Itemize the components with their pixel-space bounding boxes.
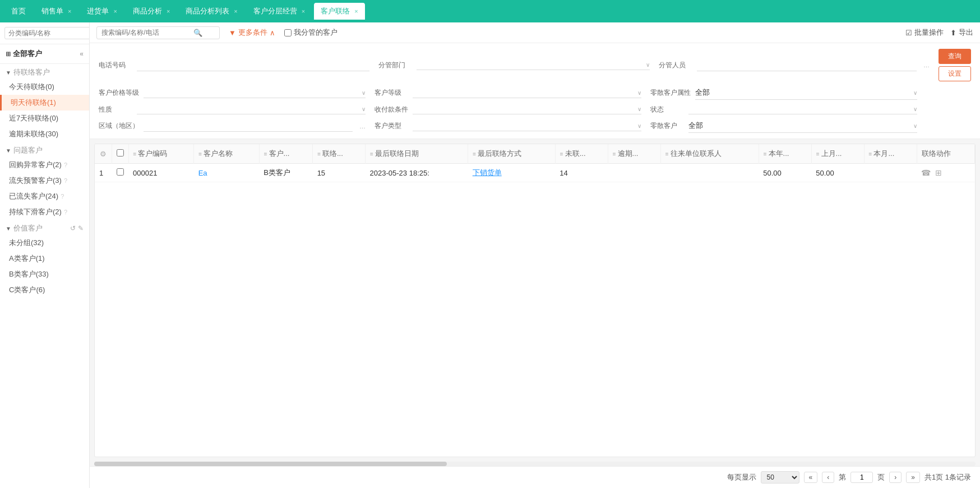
filter-status-label: 状态 [650, 105, 684, 114]
action-more-icon[interactable]: ⊞ [935, 168, 942, 177]
sidebar-search-input[interactable] [4, 27, 90, 39]
sidebar-item-churn-warning[interactable]: 流失预警客户(3) ? [0, 173, 89, 188]
help-icon-churned[interactable]: ? [61, 193, 64, 200]
sidebar-all-customers[interactable]: ⊞ 全部客户 « [0, 44, 89, 64]
nav-label-customer-tier: 客户分层经营 [253, 6, 297, 16]
filter-price-level-select[interactable]: ∨ [144, 88, 366, 98]
action-contact-icon[interactable]: ☎ [921, 168, 931, 177]
sort-icon-last-month[interactable]: ≡ [816, 151, 820, 157]
nav-item-customer-tier[interactable]: 客户分层经营 × [247, 3, 312, 20]
my-customers-checkbox[interactable]: 我分管的客户 [284, 27, 338, 38]
query-button[interactable]: 查询 [939, 49, 971, 64]
my-customers-check[interactable] [284, 29, 292, 36]
pagination: 每页显示 50 100 200 « ‹ 第 页 › » 共1页 1条记录 [90, 466, 980, 488]
filter-btn[interactable]: ▼ 更多条件 ∧ [224, 26, 280, 39]
filter-retail-attr-select[interactable]: 全部 ∨ [695, 86, 917, 100]
filter-dept-select[interactable]: ∨ [417, 60, 649, 70]
table-settings-col[interactable]: ⚙ [95, 144, 112, 164]
filter-status-select[interactable]: ∨ [688, 104, 917, 114]
nav-label-sales: 销售单 [41, 6, 63, 16]
sidebar-item-overdue-contact[interactable]: 逾期未联络(30) [0, 126, 89, 142]
filter-retail-customer-select[interactable]: 全部 ∨ [688, 119, 917, 133]
first-page-btn[interactable]: « [804, 472, 818, 483]
sidebar-item-week-contact[interactable]: 近7天待联络(0) [0, 111, 89, 126]
nav-item-customer-contact[interactable]: 客户联络 × [314, 3, 364, 20]
sidebar-item-declining[interactable]: 持续下滑客户(2) ? [0, 204, 89, 220]
filter-label: 更多条件 [238, 27, 267, 38]
sidebar-item-class-b[interactable]: B类客户(33) [0, 266, 89, 282]
sort-icon-overdue[interactable]: ≡ [613, 151, 616, 157]
batch-op-btn[interactable]: ☑ 批量操作 [905, 27, 944, 38]
sort-icon-this-month[interactable]: ≡ [869, 151, 872, 157]
filter-person-input[interactable] [697, 59, 917, 71]
filter-customer-level: 客户等级 ∨ [375, 88, 641, 98]
sidebar-item-churned[interactable]: 已流失客户(24) ? [0, 188, 89, 204]
row-last-method[interactable]: 下销货单 [468, 164, 556, 182]
nav-item-product-analysis-list[interactable]: 商品分析列表 × [179, 3, 244, 20]
toolbar-right: ☑ 批量操作 ⬆ 导出 [905, 27, 973, 38]
help-icon-repurchase[interactable]: ? [64, 162, 67, 168]
nav-close-product-analysis-list[interactable]: × [234, 8, 237, 15]
filter-customer-type-select[interactable]: ∨ [413, 121, 641, 131]
filter-customer-level-select[interactable]: ∨ [413, 88, 641, 98]
sort-icon-this-year[interactable]: ≡ [764, 151, 767, 157]
last-page-btn[interactable]: » [906, 472, 920, 483]
export-btn[interactable]: ⬆ 导出 [950, 27, 973, 38]
next-page-btn[interactable]: › [889, 472, 902, 483]
batch-op-label: 批量操作 [914, 27, 944, 38]
sidebar-item-class-a[interactable]: A类客户(1) [0, 251, 89, 266]
sort-icon-contact[interactable]: ≡ [317, 151, 321, 157]
search-input[interactable] [101, 29, 191, 36]
page-input[interactable] [850, 472, 873, 483]
nav-item-product-analysis[interactable]: 商品分析 × [126, 3, 177, 20]
sort-icon-uncontacted[interactable]: ≡ [560, 151, 563, 157]
nav-item-sales[interactable]: 销售单 × [35, 3, 78, 20]
sort-icon-code[interactable]: ≡ [133, 151, 137, 157]
edit-icon-value[interactable]: ✎ [78, 224, 84, 232]
search-icon[interactable]: 🔍 [193, 29, 202, 37]
nav-item-home[interactable]: 首页 [4, 3, 33, 20]
help-icon-churn[interactable]: ? [64, 177, 67, 184]
sidebar-item-ungrouped[interactable]: 未分组(32) [0, 235, 89, 251]
sort-icon-type[interactable]: ≡ [264, 151, 267, 157]
nav-close-purchase[interactable]: × [113, 8, 117, 15]
help-icon-declining[interactable]: ? [64, 209, 67, 215]
sort-icon-unit-contact[interactable]: ≡ [665, 151, 669, 157]
row-checkbox[interactable] [112, 164, 128, 182]
sidebar-item-today-contact[interactable]: 今天待联络(0) [0, 79, 89, 95]
nav-close-product-analysis[interactable]: × [167, 8, 170, 15]
settings-button[interactable]: 设置 [939, 66, 971, 81]
col-overdue: ≡逾期... [608, 144, 660, 164]
filter-payment-select[interactable]: ∨ [413, 104, 641, 114]
filter-region: 区域（地区） … [99, 120, 366, 132]
scrollbar-thumb[interactable] [94, 462, 447, 466]
refresh-icon-value[interactable]: ↺ [70, 224, 76, 232]
sidebar-collapse-icon[interactable]: « [80, 50, 84, 58]
sort-icon-name[interactable]: ≡ [198, 151, 202, 157]
page-size-select[interactable]: 50 100 200 [761, 471, 799, 484]
prev-page-btn[interactable]: ‹ [822, 472, 834, 483]
filter-region-ellipsis[interactable]: … [359, 123, 366, 130]
horizontal-scrollbar[interactable] [94, 462, 976, 466]
filter-region-input[interactable] [144, 120, 353, 132]
filter-phone-input[interactable] [137, 59, 369, 71]
row-name[interactable]: Ea [194, 164, 260, 182]
sidebar-item-repurchase-abnormal[interactable]: 回购异常客户(2) ? [0, 157, 89, 173]
nav-close-customer-contact[interactable]: × [354, 8, 358, 15]
last-method-link[interactable]: 下销货单 [473, 168, 502, 177]
filter-nature-select[interactable]: ∨ [137, 104, 366, 114]
sort-icon-last-method[interactable]: ≡ [473, 151, 476, 157]
row-code: 000021 [128, 164, 194, 182]
sort-icon-last-date[interactable]: ≡ [370, 151, 373, 157]
nav-item-purchase[interactable]: 进货单 × [80, 3, 123, 20]
select-all-checkbox[interactable] [117, 149, 124, 156]
label-repurchase-abnormal: 回购异常客户(2) [9, 160, 62, 170]
sidebar-item-tomorrow-contact[interactable]: 明天待联络(1) [0, 95, 89, 111]
nav-close-sales[interactable]: × [68, 8, 71, 15]
filter-phone: 电话号码 [99, 59, 369, 71]
sidebar-item-class-c[interactable]: C类客户(6) [0, 282, 89, 298]
nav-close-customer-tier[interactable]: × [302, 8, 305, 15]
filter-person-ellipsis[interactable]: … [923, 62, 930, 68]
label-week-contact: 近7天待联络(0) [9, 113, 58, 123]
table-checkbox-col[interactable] [112, 144, 128, 164]
